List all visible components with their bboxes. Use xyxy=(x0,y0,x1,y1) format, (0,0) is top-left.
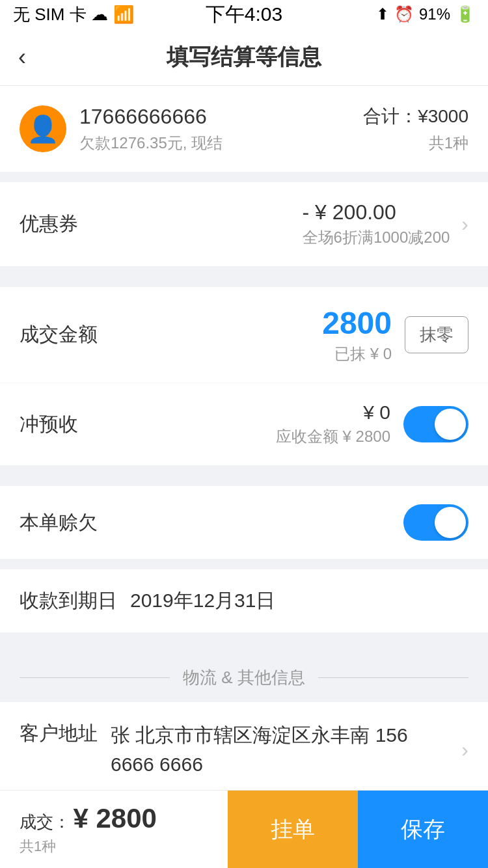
user-total: 合计：¥3000 xyxy=(363,104,468,129)
user-debt: 欠款1276.35元, 现结 xyxy=(79,133,223,154)
prepaid-right: ¥ 0 应收金额 ¥ 2800 xyxy=(276,401,468,447)
bottom-bar: 成交： ¥ 2800 共1种 挂单 保存 xyxy=(0,790,488,868)
page-title: 填写结算等信息 xyxy=(167,42,321,72)
status-left: 无 SIM 卡 ☁ 📶 xyxy=(13,3,134,26)
debt-row: 本单赊欠 xyxy=(0,486,488,559)
bottom-deal-label: 成交： ¥ 2800 xyxy=(20,803,208,834)
battery-icon: 🔋 xyxy=(455,5,475,23)
round-zero-button[interactable]: 抹零 xyxy=(405,316,468,353)
logistics-line-right xyxy=(318,677,468,678)
prepaid-value-block: ¥ 0 应收金额 ¥ 2800 xyxy=(276,401,390,447)
bottom-summary: 成交： ¥ 2800 共1种 xyxy=(0,803,228,856)
alarm-icon: ⏰ xyxy=(394,5,414,23)
prepaid-toggle[interactable] xyxy=(403,406,468,442)
nav-bar: ‹ 填写结算等信息 xyxy=(0,29,488,86)
address-value: 张 北京市市辖区海淀区永丰南 156 6666 6666 xyxy=(111,720,456,779)
deal-amount-row: 成交金额 2800 已抹 ¥ 0 抹零 xyxy=(0,287,488,383)
user-info: 17666666666 欠款1276.35元, 现结 xyxy=(79,105,223,154)
coupon-arrow-icon: › xyxy=(461,212,468,236)
user-card: 👤 17666666666 欠款1276.35元, 现结 合计：¥3000 共1… xyxy=(0,86,488,172)
back-button[interactable]: ‹ xyxy=(18,44,26,71)
user-phone: 17666666666 xyxy=(79,105,223,129)
section-divider-1 xyxy=(0,277,488,287)
user-left: 👤 17666666666 欠款1276.35元, 现结 xyxy=(20,105,223,154)
coupon-right: - ¥ 200.00 全场6折满1000减200 › xyxy=(303,200,468,248)
prepaid-label: 冲预收 xyxy=(20,411,78,438)
section-divider-3 xyxy=(0,643,488,653)
status-right: ⬆ ⏰ 91% 🔋 xyxy=(376,5,475,23)
logistics-divider: 物流 & 其他信息 xyxy=(0,653,488,702)
content: 👤 17666666666 欠款1276.35元, 现结 合计：¥3000 共1… xyxy=(0,86,488,868)
coupon-amount: - ¥ 200.00 xyxy=(303,200,450,224)
amount-section: 成交金额 2800 已抹 ¥ 0 抹零 冲预收 ¥ 0 应收金额 ¥ 2800 xyxy=(0,287,488,465)
debt-toggle[interactable] xyxy=(403,504,468,541)
address-row[interactable]: 客户地址 张 北京市市辖区海淀区永丰南 156 6666 6666 › xyxy=(0,702,488,797)
address-arrow-icon: › xyxy=(461,738,468,762)
prepaid-row: 冲预收 ¥ 0 应收金额 ¥ 2800 xyxy=(0,383,488,465)
wifi-icon: 📶 xyxy=(113,5,134,25)
location-icon: ⬆ xyxy=(376,5,389,23)
amount-sub: 已抹 ¥ 0 xyxy=(322,344,392,364)
duedate-label: 收款到期日 xyxy=(20,588,117,614)
save-button[interactable]: 保存 xyxy=(358,791,488,869)
status-time: 下午4:03 xyxy=(206,1,282,28)
amount-right: 2800 已抹 ¥ 0 抹零 xyxy=(322,305,468,364)
bottom-deal-text: 成交： xyxy=(20,812,70,832)
hang-button[interactable]: 挂单 xyxy=(228,791,358,869)
hang-button-label: 挂单 xyxy=(271,815,315,845)
debt-toggle-thumb xyxy=(435,507,466,538)
battery-level: 91% xyxy=(419,5,450,23)
debt-label: 本单赊欠 xyxy=(20,509,98,536)
amount-value: 2800 xyxy=(322,305,392,341)
duedate-section: 收款到期日 2019年12月31日 xyxy=(0,569,488,632)
address-section: 客户地址 张 北京市市辖区海淀区永丰南 156 6666 6666 › xyxy=(0,702,488,797)
duedate-row: 收款到期日 2019年12月31日 xyxy=(0,569,488,632)
avatar: 👤 xyxy=(20,105,66,152)
section-divider-2 xyxy=(0,476,488,486)
prepaid-sub: 应收金额 ¥ 2800 xyxy=(276,426,390,447)
bottom-amount: ¥ 2800 xyxy=(73,803,156,834)
logistics-line-left xyxy=(20,677,170,678)
avatar-icon: 👤 xyxy=(27,114,59,144)
coupon-desc: 全场6折满1000减200 xyxy=(303,227,450,248)
logistics-text: 物流 & 其他信息 xyxy=(183,666,305,689)
sim-status: 无 SIM 卡 ☁ xyxy=(13,3,108,26)
amount-value-block: 2800 已抹 ¥ 0 xyxy=(322,305,392,364)
coupon-row[interactable]: 优惠券 - ¥ 200.00 全场6折满1000减200 › xyxy=(0,182,488,266)
duedate-value: 2019年12月31日 xyxy=(130,588,275,614)
status-bar: 无 SIM 卡 ☁ 📶 下午4:03 ⬆ ⏰ 91% 🔋 xyxy=(0,0,488,29)
save-button-label: 保存 xyxy=(401,815,445,845)
amount-label: 成交金额 xyxy=(20,321,98,348)
user-count: 共1种 xyxy=(363,133,468,154)
toggle-thumb xyxy=(435,409,466,440)
coupon-label: 优惠券 xyxy=(20,211,78,237)
address-label: 客户地址 xyxy=(20,720,98,747)
bottom-count: 共1种 xyxy=(20,837,208,856)
user-right: 合计：¥3000 共1种 xyxy=(363,104,468,154)
prepaid-value: ¥ 0 xyxy=(276,401,390,424)
